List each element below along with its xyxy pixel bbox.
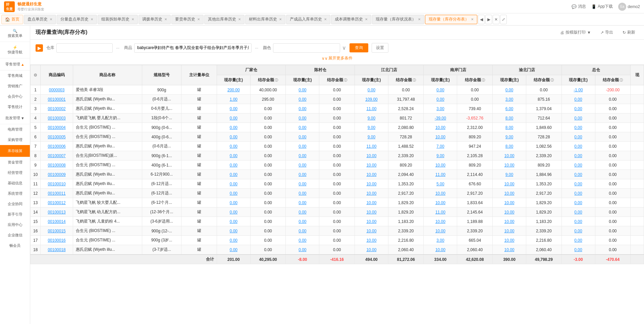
- tab-combo-dismantle[interactable]: 组装拆卸单历史 ✕: [98, 15, 138, 24]
- sidebar-item-search[interactable]: 🔍 搜索英单: [0, 26, 30, 42]
- sidebar-item-retail[interactable]: 零售管理 ▲: [0, 58, 30, 71]
- sidebar-item-retail-stat[interactable]: 零售统计: [0, 102, 30, 112]
- sidebar-item-system[interactable]: 系统管理: [0, 188, 30, 199]
- sidebar-item-ecom[interactable]: 电商管理: [0, 124, 30, 135]
- sidebar-item-vip[interactable]: 畅会员: [0, 240, 30, 251]
- refresh-btn[interactable]: ↻ 刷新: [619, 28, 639, 37]
- sidebar-item-wholesale[interactable]: 批发管理 ▼: [0, 112, 30, 124]
- cell-cc-s: 0.00: [286, 245, 319, 255]
- tab-fullscreen-btn[interactable]: ⤢: [500, 15, 507, 24]
- cell-tot-b: 0.00: [595, 236, 631, 245]
- cell-current: [631, 226, 644, 236]
- sidebar-item-member[interactable]: 会员中心: [0, 91, 30, 102]
- sidebar-item-wechat[interactable]: 企业微信: [0, 230, 30, 240]
- tab-next-btn[interactable]: ▶: [485, 15, 492, 24]
- tab-count-history[interactable]: 盘点单历史 ✕: [24, 15, 56, 24]
- goods-filter: 商品 ···: [124, 43, 260, 53]
- sidebar-item-operation[interactable]: 经营管理: [0, 168, 30, 178]
- footer-jb-s: 494.00: [355, 254, 388, 264]
- close-icon[interactable]: ✕: [131, 17, 134, 21]
- cell-na-b: 2,312.00: [457, 123, 493, 132]
- sidebar-item-corp[interactable]: 企业协同: [0, 199, 30, 209]
- cell-cc-b: 0.00: [319, 226, 355, 236]
- message-btn[interactable]: 💬 消息: [572, 4, 586, 9]
- sidebar-item-retail-shop[interactable]: 零售商城: [0, 71, 30, 81]
- export-btn[interactable]: ↗ 导出: [597, 28, 616, 37]
- cell-yb-b: 1,829.20: [526, 207, 562, 217]
- close-icon[interactable]: ✕: [50, 17, 52, 21]
- cell-tot-b: 0.00: [595, 151, 631, 160]
- cell-cc-s: 0.00: [286, 217, 319, 226]
- th-fac-bal: 结存金额ⓘ: [250, 75, 286, 85]
- chevron-up-icon: ▲: [21, 62, 24, 66]
- cell-cc-b: 0.00: [319, 85, 355, 95]
- close-icon[interactable]: ✕: [471, 17, 474, 21]
- warehouse-dots-btn[interactable]: ···: [115, 46, 121, 50]
- expand-conditions-btn[interactable]: ∨∨ 展开更多条件: [322, 55, 353, 61]
- query-btn[interactable]: 查询: [350, 43, 368, 52]
- cell-idx: 5: [31, 123, 41, 132]
- cell-code: 00100016: [41, 236, 73, 245]
- close-icon[interactable]: ✕: [238, 17, 241, 21]
- tab-stock-status[interactable]: 现存量（库存状况表） ✕: [372, 15, 424, 24]
- color-input[interactable]: [273, 43, 340, 53]
- tab-product-in[interactable]: 产成品入库单历史 ✕: [286, 15, 330, 24]
- tab-prev-btn[interactable]: ◀: [478, 15, 485, 24]
- sidebar-item-basic[interactable]: 基础信息: [0, 178, 30, 188]
- cell-na-b: 947.24: [457, 142, 493, 151]
- goods-input[interactable]: [134, 43, 252, 53]
- setting-btn[interactable]: 设置: [372, 43, 388, 53]
- cell-tot-s: 0.00: [561, 123, 595, 132]
- warehouse-input[interactable]: [56, 43, 113, 53]
- sidebar-item-marketing[interactable]: 营销推广: [0, 81, 30, 91]
- close-icon[interactable]: ✕: [418, 17, 421, 21]
- tab-material-out[interactable]: 材料出库单历史 ✕: [245, 15, 285, 24]
- tab-other-out[interactable]: 其他出库单历史 ✕: [204, 15, 245, 24]
- sidebar-item-guide[interactable]: 新手引导: [0, 209, 30, 220]
- tab-cost-adjust[interactable]: 成本调整单历史 ✕: [331, 15, 371, 24]
- sidebar-item-apps[interactable]: 应用中心: [0, 220, 30, 230]
- info-icon[interactable]: ⓘ: [413, 78, 416, 82]
- tab-close-all-btn[interactable]: ✕: [493, 15, 499, 24]
- info-icon[interactable]: ⓘ: [620, 78, 623, 82]
- cell-jb-s: 10.00: [355, 151, 388, 160]
- logo-area: 好生意 畅捷通好生意 母婴行业演示陈套: [4, 1, 44, 12]
- collapse-btn[interactable]: ▶: [36, 44, 43, 52]
- cell-jb-s: 10.00: [355, 189, 388, 198]
- cell-cc-b: 0.00: [319, 151, 355, 160]
- close-icon[interactable]: ✕: [164, 17, 167, 21]
- tab-requisition[interactable]: 要货单历史 ✕: [171, 15, 204, 24]
- cell-tot-b: 0.00: [595, 217, 631, 226]
- sidebar-item-inventory[interactable]: 库存核算: [0, 145, 30, 157]
- goods-dots-btn[interactable]: ···: [254, 46, 260, 50]
- color-dropdown-icon[interactable]: ∨: [342, 45, 346, 51]
- print-btn[interactable]: 🖨 按模版打印 ▼: [557, 28, 594, 37]
- user-area[interactable]: Ea demo2: [618, 3, 640, 11]
- tab-section-count[interactable]: 分量盘点单历史 ✕: [57, 15, 97, 24]
- th-settings[interactable]: ⚙: [31, 65, 41, 85]
- info-icon[interactable]: ⓘ: [482, 78, 485, 82]
- close-icon[interactable]: ✕: [279, 17, 282, 21]
- cell-fac-s: 1.00: [217, 95, 250, 104]
- tab-stock-dist[interactable]: 现存量（库存分布表） ✕: [425, 15, 477, 24]
- info-icon[interactable]: ⓘ: [344, 78, 347, 82]
- sidebar-item-purchase[interactable]: 采购管理: [0, 135, 30, 145]
- table-area[interactable]: ⚙ 商品编码 商品名称 规格型号 主计量单位 厂家仓 陈村仓 江北门店 南岸门店…: [30, 65, 644, 324]
- sidebar-item-finance[interactable]: 资金管理: [0, 157, 30, 168]
- cell-jb-b: 1,829.20: [388, 198, 424, 207]
- cell-tot-s: 0.00: [561, 217, 595, 226]
- app-download-btn[interactable]: 📱 App下载: [591, 4, 613, 9]
- close-icon[interactable]: ✕: [324, 17, 327, 21]
- cell-tot-b: 0.00: [595, 245, 631, 255]
- info-icon[interactable]: ⓘ: [275, 78, 278, 82]
- sidebar-item-nav[interactable]: ⚡ 快捷导航: [0, 42, 30, 58]
- close-icon[interactable]: ✕: [91, 17, 93, 21]
- tab-home[interactable]: 🏠 首页: [1, 15, 23, 24]
- tab-transfer[interactable]: 调拨单历史 ✕: [139, 15, 171, 24]
- close-icon[interactable]: ✕: [197, 17, 200, 21]
- cell-current: [631, 170, 644, 179]
- cell-tot-s: -1.00: [561, 85, 595, 95]
- info-icon[interactable]: ⓘ: [550, 78, 554, 82]
- gear-icon[interactable]: ⚙: [34, 73, 37, 78]
- close-icon[interactable]: ✕: [365, 17, 368, 21]
